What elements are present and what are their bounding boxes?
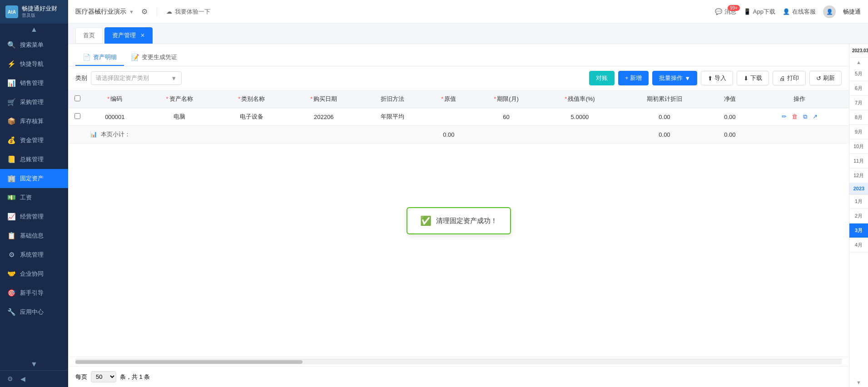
sidebar-item-salary[interactable]: 💵 工资 [0,188,68,207]
panel-month-3-current[interactable]: 3月 [849,223,868,238]
panel-month-11[interactable]: 11月 [849,154,868,169]
panel-month-6[interactable]: 6月 [849,81,868,96]
panel-month-7[interactable]: 7月 [849,96,868,110]
subtab-change-voucher[interactable]: 📝 变更生成凭证 [124,50,184,66]
panel-year-2023[interactable]: 2023 [849,183,868,194]
delete-icon[interactable]: 🗑 [792,113,798,120]
import-btn[interactable]: ⬆ 导入 [701,71,733,85]
tab-close-icon[interactable]: ✕ [140,32,145,39]
sidebar-item-label: 采购管理 [20,98,44,106]
sidebar-item-inventory[interactable]: 📦 库存核算 [0,112,68,131]
sidebar-item-finance[interactable]: 💰 资金管理 [0,131,68,150]
panel-month-4[interactable]: 4月 [849,238,868,253]
sidebar-scroll-up[interactable]: ▲ [0,24,68,35]
row-checkbox [68,108,86,126]
panel-month-10[interactable]: 10月 [849,139,868,154]
row-initial-accumulated: 0.00 [620,108,710,126]
edit-icon[interactable]: ✏ [782,113,787,120]
scrollbar-thumb[interactable] [75,360,303,364]
sidebar-item-guide[interactable]: 🎯 新手引导 [0,283,68,303]
sidebar-item-label: 系统管理 [20,251,44,259]
table-header-row: *编码 *资产名称 *类别名称 *购买日期 折旧方法 *原值 *期限(月) *残… [68,90,849,108]
quicknav-icon: ⚡ [7,60,15,68]
sidebar-item-label: 快捷导航 [20,60,44,68]
more-icon[interactable]: ↗ [813,113,818,120]
sidebar-item-purchase[interactable]: 🛒 采购管理 [0,93,68,112]
print-label: 打印 [787,74,799,82]
experience-btn[interactable]: ☁ 我要体验一下 [166,8,210,16]
sidebar-item-quicknav[interactable]: ⚡ 快捷导航 [0,55,68,74]
panel-month-2[interactable]: 2月 [849,209,868,223]
message-btn[interactable]: 💬 消息 99+ [715,8,736,16]
per-page-select[interactable]: 50 100 200 [91,371,116,382]
online-service-btn[interactable]: 👤 在线客服 [783,8,816,16]
settings-bottom-icon[interactable]: ⚙ [7,375,13,382]
sidebar-item-label: 经营管理 [20,213,44,221]
user-avatar[interactable]: 👤 [823,5,836,18]
row-depreciation-method: 年限平均 [360,108,425,126]
success-popup: ✅ 清理固定资产成功！ [407,207,511,234]
app-logo-icon: AtA [5,5,18,18]
import-label: 导入 [714,74,726,82]
reconcile-btn[interactable]: 对账 [589,71,615,85]
header-residual-rate: *残值率(%) [540,90,619,108]
right-panel: 2023.03 ✕ ⤢ ▲ 5月 6月 7月 8月 9月 10月 11月 12月… [849,44,868,387]
horizontal-scrollbar[interactable] [75,359,842,364]
panel-month-12[interactable]: 12月 [849,169,868,183]
message-icon: 💬 [715,8,722,15]
category-filter[interactable]: 请选择固定资产类别 ▼ [91,71,182,85]
sidebar-item-label: 资金管理 [20,136,44,144]
ledger-icon: 📒 [7,155,15,164]
panel-month-8[interactable]: 8月 [849,110,868,125]
sidebar-item-system[interactable]: ⚙ 系统管理 [0,245,68,264]
sidebar-bottom: ⚙ ◀ [0,370,68,387]
collapse-icon[interactable]: ◀ [20,375,25,382]
tab-asset-management[interactable]: 资产管理 ✕ [104,27,153,44]
copy-icon[interactable]: ⧉ [803,113,807,120]
sidebar-item-label: 搜索菜单 [20,41,44,49]
tab-asset-label: 资产管理 [112,32,136,39]
sidebar-item-ledger[interactable]: 📒 总账管理 [0,150,68,169]
content-main: 📄 资产明细 📝 变更生成凭证 类别 请选择固定资产类别 ▼ [68,44,849,387]
change-voucher-icon: 📝 [131,54,139,61]
company-selector[interactable]: 医疗器械行业演示 ▼ [75,8,134,16]
sidebar-item-fixedassets[interactable]: 🏢 固定资产 [0,169,68,188]
sidebar-item-label: 库存核算 [20,117,44,125]
per-page-label: 每页 [75,373,87,381]
sidebar-item-operations[interactable]: 📈 经营管理 [0,207,68,226]
sidebar-scroll-down[interactable]: ▼ [0,358,68,370]
sidebar-item-search[interactable]: 🔍 搜索菜单 [0,35,68,55]
new-btn[interactable]: + 新增 [618,71,649,85]
success-icon: ✅ [420,215,432,226]
sidebar-item-label: 销售管理 [20,79,44,87]
panel-month-9[interactable]: 9月 [849,125,868,139]
toolbar: 类别 请选择固定资产类别 ▼ 对账 + 新增 批量操作 ▼ ⬆ 导入 [68,66,849,90]
topbar-settings-icon[interactable]: ⚙ [141,7,148,16]
online-service-label: 在线客服 [792,8,816,16]
subtab-asset-detail[interactable]: 📄 资产明细 [75,50,124,66]
panel-down-arrow[interactable]: ▼ [849,378,868,387]
system-icon: ⚙ [7,251,15,259]
content-area: 📄 资产明细 📝 变更生成凭证 类别 请选择固定资产类别 ▼ [68,44,868,387]
operations-icon: 📈 [7,213,15,221]
sidebar-item-basics[interactable]: 📋 基础信息 [0,226,68,245]
refresh-btn[interactable]: ↺ 刷新 [809,71,842,85]
panel-year-label: 2023.03 [852,48,868,53]
row-select-checkbox[interactable] [74,113,80,119]
select-all-checkbox[interactable] [74,95,80,101]
sidebar-item-appcenter[interactable]: 🔧 应用中心 [0,303,68,322]
sidebar-item-sales[interactable]: 📊 销售管理 [0,74,68,93]
panel-month-1[interactable]: 1月 [849,194,868,209]
download-btn[interactable]: ⬇ 下载 [737,71,769,85]
panel-month-5[interactable]: 5月 [849,67,868,81]
asset-table: *编码 *资产名称 *类别名称 *购买日期 折旧方法 *原值 *期限(月) *残… [68,90,849,144]
batch-btn[interactable]: 批量操作 ▼ [652,71,697,85]
header-initial-accumulated: 期初累计折旧 [620,90,710,108]
topbar-divider [157,7,157,16]
app-download-btn[interactable]: 📱 App下载 [744,8,775,16]
panel-up-arrow[interactable]: ▲ [849,58,868,67]
print-btn[interactable]: 🖨 打印 [773,71,806,85]
tab-home[interactable]: 首页 [75,27,103,44]
sidebar-item-collab[interactable]: 🤝 企业协同 [0,264,68,283]
panel-header: 2023.03 ✕ ⤢ [849,44,868,58]
